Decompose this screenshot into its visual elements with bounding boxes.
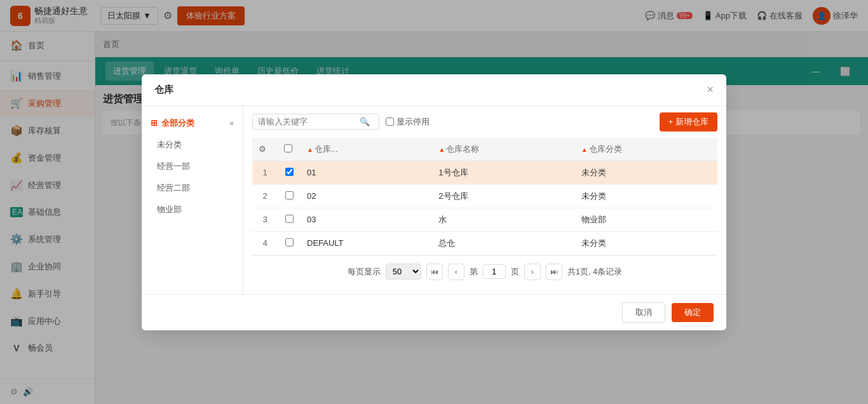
next-page-button[interactable]: › xyxy=(524,264,541,280)
row-name: 2号仓库 xyxy=(432,184,574,208)
row-checkbox-cell[interactable] xyxy=(278,231,301,255)
table-toolbar: 🔍 显示停用 + 新增仓库 xyxy=(252,112,717,131)
th-category: ▲仓库分类 xyxy=(575,138,717,161)
row-num-cell: 3 xyxy=(252,208,278,231)
page-suffix: 页 xyxy=(511,266,519,278)
row-checkbox[interactable] xyxy=(285,238,294,246)
category-panel: ⊞ 全部分类 « 未分类 经营一部 经营二部 物业部 xyxy=(142,106,243,294)
th-name: ▲仓库名称 xyxy=(432,138,574,161)
row-code: 03 xyxy=(301,208,432,231)
th-settings: ⚙ xyxy=(252,138,278,161)
table-row[interactable]: 3 03 水 物业部 xyxy=(252,208,717,231)
modal-overlay: 仓库 × ⊞ 全部分类 « 未分类 经营一部 经营二部 物业部 xyxy=(0,0,868,404)
row-name: 水 xyxy=(432,208,574,231)
modal-close-button[interactable]: × xyxy=(707,83,714,97)
grid-icon: ⊞ xyxy=(151,118,158,128)
add-warehouse-button[interactable]: + 新增仓库 xyxy=(660,112,717,131)
row-checkbox-cell[interactable] xyxy=(278,161,301,184)
row-category: 未分类 xyxy=(575,231,717,255)
row-checkbox-cell[interactable] xyxy=(278,208,301,231)
modal-header: 仓库 × xyxy=(142,74,726,106)
select-all-checkbox[interactable] xyxy=(284,144,292,152)
per-page-select[interactable]: 50 20 100 xyxy=(386,264,421,279)
table-row[interactable]: 4 DEFAULT 总仓 未分类 xyxy=(252,231,717,255)
show-disabled-checkbox[interactable] xyxy=(386,118,394,126)
table-row[interactable]: 2 02 2号仓库 未分类 xyxy=(252,184,717,208)
cat-uncategorized[interactable]: 未分类 xyxy=(142,134,243,156)
sort-icon2: ▲ xyxy=(438,146,445,153)
page-label: 第 xyxy=(470,266,478,278)
total-info: 共1页, 4条记录 xyxy=(567,266,623,278)
collapse-button[interactable]: « xyxy=(229,119,234,128)
row-category: 物业部 xyxy=(575,208,717,231)
row-checkbox[interactable] xyxy=(285,215,294,223)
prev-page-button[interactable]: ‹ xyxy=(448,264,465,280)
show-disabled-text: 显示停用 xyxy=(397,116,430,128)
pagination-bar: 每页显示 50 20 100 ⏮ ‹ 第 页 › ⏭ 共1页, 4条记录 xyxy=(252,255,717,288)
page-input[interactable] xyxy=(483,264,506,279)
row-code: DEFAULT xyxy=(301,231,432,255)
cat-property[interactable]: 物业部 xyxy=(142,199,243,220)
row-name: 总仓 xyxy=(432,231,574,255)
row-checkbox[interactable] xyxy=(285,191,294,199)
row-category: 未分类 xyxy=(575,161,717,184)
show-disabled-label[interactable]: 显示停用 xyxy=(386,116,430,128)
search-icon[interactable]: 🔍 xyxy=(360,117,370,126)
modal-title: 仓库 xyxy=(154,84,173,96)
row-code: 01 xyxy=(301,161,432,184)
row-checkbox-cell[interactable] xyxy=(278,184,301,208)
search-input[interactable] xyxy=(258,117,360,126)
all-categories-label: 全部分类 xyxy=(161,118,194,129)
row-num-cell: 4 xyxy=(252,231,278,255)
th-checkbox xyxy=(278,138,301,161)
modal-footer: 取消 确定 xyxy=(142,294,726,330)
all-categories[interactable]: ⊞ 全部分类 « xyxy=(142,112,243,134)
row-num-cell: 2 xyxy=(252,184,278,208)
first-page-button[interactable]: ⏮ xyxy=(426,264,443,280)
modal-body: ⊞ 全部分类 « 未分类 经营一部 经营二部 物业部 🔍 xyxy=(142,106,726,294)
cat-op1[interactable]: 经营一部 xyxy=(142,156,243,177)
last-page-button[interactable]: ⏭ xyxy=(546,264,562,280)
sort-icon: ▲ xyxy=(307,146,313,153)
row-num-cell: 1 xyxy=(252,161,278,184)
confirm-button[interactable]: 确定 xyxy=(672,303,714,322)
cancel-button[interactable]: 取消 xyxy=(622,302,665,323)
row-name: 1号仓库 xyxy=(432,161,574,184)
sort-icon3: ▲ xyxy=(581,146,588,153)
row-checkbox[interactable] xyxy=(285,168,294,176)
warehouse-modal: 仓库 × ⊞ 全部分类 « 未分类 经营一部 经营二部 物业部 xyxy=(142,74,726,330)
cat-op2[interactable]: 经营二部 xyxy=(142,177,243,199)
th-code: ▲仓库... xyxy=(301,138,432,161)
row-category: 未分类 xyxy=(575,184,717,208)
search-box: 🔍 xyxy=(252,114,379,130)
row-code: 02 xyxy=(301,184,432,208)
per-page-label: 每页显示 xyxy=(348,266,381,278)
table-panel: 🔍 显示停用 + 新增仓库 ⚙ ▲仓库... xyxy=(243,106,726,294)
table-row[interactable]: 1 01 1号仓库 未分类 xyxy=(252,161,717,184)
warehouse-table: ⚙ ▲仓库... ▲仓库名称 ▲仓库分类 1 01 1号仓库 未分类 2 xyxy=(252,138,717,255)
